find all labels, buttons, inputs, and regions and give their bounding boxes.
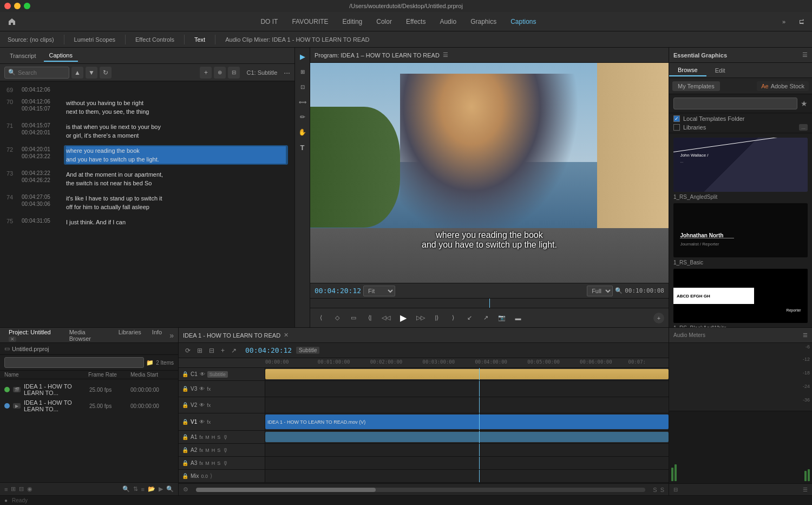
local-templates-checkbox[interactable]: ✓ [673,115,680,122]
caption-search-box[interactable]: 🔍 [4,67,69,79]
new-folder-btn[interactable]: 📁 [146,359,154,366]
lock-icon[interactable]: 🔒 [182,386,188,392]
lumetri-scopes-tab[interactable]: Lumetri Scopes [71,35,119,44]
v2-track-content[interactable] [265,397,669,413]
eg-menu-icon[interactable]: ☰ [802,51,808,59]
mix-track-content[interactable] [265,470,669,482]
lock-icon[interactable]: 🔒 [182,419,188,425]
play-pause-btn[interactable]: ▶ [396,310,411,326]
menu-captions[interactable]: Captions [504,16,542,28]
zoom-tool[interactable]: ⊞ [296,65,309,78]
zoom-in-icon[interactable]: S [660,487,664,493]
shuttle-right-btn[interactable]: ▷▷ [414,312,427,325]
lock-icon[interactable]: 🔒 [182,447,188,453]
menu-favourite[interactable]: FAVOURITE [285,16,335,28]
caption-text[interactable]: And at the moment in our apartment, the … [64,169,288,189]
lock-icon[interactable]: 🔒 [182,402,188,408]
favorites-star-btn[interactable]: ★ [801,99,808,108]
text-tool[interactable]: T [296,141,309,154]
freeform-view-btn[interactable]: ⊟ [19,485,24,493]
template-thumb-2[interactable]: Johnathan North Journalist / Reporter [673,203,808,257]
project-expand-btn[interactable]: » [169,331,174,340]
video-clip[interactable]: IDEA 1 - HOW TO LEARN TO READ.mov (V) [265,415,669,429]
libraries-tab[interactable]: Libraries [114,328,146,343]
template-thumb-1[interactable]: John Wallace / ... [673,138,808,192]
more-options-btn[interactable]: ··· [284,68,290,77]
traffic-lights[interactable] [4,3,30,9]
captions-tab[interactable]: Captions [44,50,78,62]
step-forward-btn[interactable]: ⟩ [447,312,460,325]
close-button[interactable] [4,3,11,9]
split-caption-btn[interactable]: ⊕ [214,67,226,79]
mark-in-btn[interactable]: ⟨ [315,312,328,325]
caption-search-input[interactable] [18,69,61,76]
eg-browse-tab[interactable]: Browse [669,64,706,76]
template-thumb-3[interactable]: ABCD EFGH GH Reporter [673,269,808,323]
visibility-eye-icon[interactable]: 👁 [200,371,205,377]
lock-icon[interactable]: 🔒 [182,371,188,377]
share-button[interactable] [795,15,808,28]
tl-settings-icon[interactable]: ⚙ [183,486,188,493]
fit-selector[interactable]: Fit 25% 50% 100% [363,286,395,296]
eg-search-input[interactable] [677,100,794,107]
v1-track-content[interactable]: IDEA 1 - HOW TO LEARN TO READ.mov (V) [265,413,669,430]
eg-edit-tab[interactable]: Edit [706,65,734,76]
subtitle-track-content[interactable] [265,368,669,380]
expand-icon[interactable]: ⟩ [210,472,212,480]
caption-text[interactable] [64,86,288,88]
project-search-input[interactable] [7,359,141,366]
search-icon[interactable]: 🔍 [122,485,130,493]
fullscreen-button[interactable] [24,3,30,9]
step-back-btn[interactable]: ▭ [347,312,360,325]
caption-text[interactable]: I just think. And if I can [64,217,288,228]
a1-track-content[interactable] [265,431,669,443]
timeline-lift-btn[interactable]: ↗ [229,346,239,355]
eg-search-box[interactable] [673,98,797,109]
caption-text[interactable]: it's like I have to stand up to switch i… [64,193,288,212]
settings-btn[interactable]: ▬ [512,312,525,325]
menu-audio[interactable]: Audio [433,16,463,28]
more-workspaces-button[interactable]: » [777,15,790,28]
metadata-btn[interactable]: ◉ [27,485,32,493]
v3-track-content[interactable] [265,381,669,397]
next-edit-btn[interactable]: |⟩ [430,312,443,325]
minimize-button[interactable] [14,3,21,9]
menu-do-it[interactable]: DO IT [254,16,284,28]
scrollbar-thumb[interactable] [196,488,376,492]
select-tool[interactable]: ▶ [296,50,309,63]
list-view-icon[interactable]: ≡ [4,486,8,493]
transcript-tab[interactable]: Transcript [4,50,42,61]
add-caption-btn[interactable]: + [200,67,212,79]
libraries-checkbox[interactable] [673,124,680,131]
new-bin-icon[interactable]: 📂 [148,485,155,493]
info-tab[interactable]: Info [148,328,166,343]
automate-icon[interactable]: ▶ [159,485,163,493]
fit-tool[interactable]: ⊡ [296,80,309,93]
timeline-settings-btn[interactable]: ⟳ [183,346,193,355]
meters-reset-btn[interactable]: ⊟ [673,487,678,493]
search-up-btn[interactable]: ▲ [71,67,83,79]
playhead-indicator[interactable] [489,299,490,308]
quality-selector[interactable]: Full 1/2 1/4 [587,286,613,296]
project-search-box[interactable] [4,357,144,368]
meters-menu-icon[interactable]: ☰ [803,332,808,338]
align-caption-btn[interactable]: ⊟ [228,67,240,79]
project-item-0[interactable]: 🎬 IDEA 1 - HOW TO LEARN TO... 25.00 fps … [0,381,178,398]
vis-icon[interactable]: 👁 [199,386,205,392]
lock-icon[interactable]: 🔒 [182,473,188,479]
project-item-1[interactable]: ▶ IDEA 1 - HOW TO LEARN TO... 25.00 fps … [0,398,178,414]
adobe-stock-btn[interactable]: Ae Adobe Stock [757,81,809,91]
captions-list[interactable]: 69 00:04:12:06 70 00:04:12:06 00:04:15:0… [0,81,294,327]
search-down-btn[interactable]: ▼ [86,67,97,79]
caption-text[interactable]: without you having to be right next to t… [64,98,288,117]
shuttle-left-btn[interactable]: ◁◁ [379,312,392,325]
lift-extract-btn[interactable]: ↗ [479,312,492,325]
menu-color[interactable]: Color [370,16,398,28]
audio-clip-mixer-tab[interactable]: Audio Clip Mixer: IDEA 1 - HOW TO LEARN … [222,35,372,44]
effect-controls-tab[interactable]: Effect Controls [132,35,178,44]
vis-icon[interactable]: 👁 [199,402,205,408]
source-panel-tab[interactable]: Source: (no clips) [4,35,57,44]
templates-grid[interactable]: John Wallace / ... 1_RS_AngledSplit John… [669,133,812,327]
project-tab[interactable]: Project: Untitled ✕ [4,328,63,343]
monitor-timeline-ruler[interactable] [310,298,669,308]
